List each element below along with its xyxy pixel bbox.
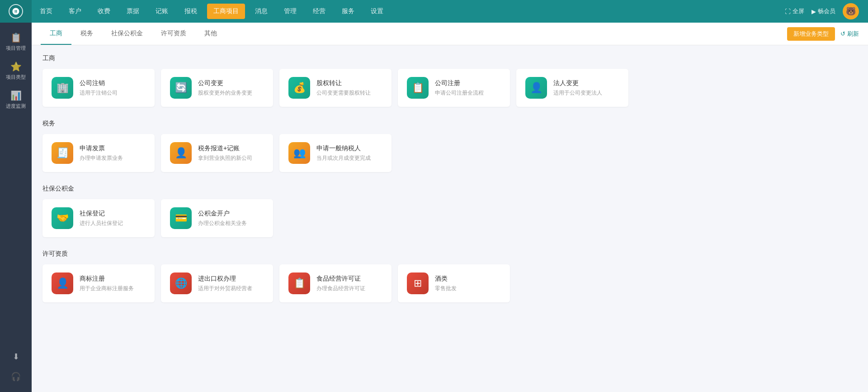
- section-title-税务: 税务: [42, 120, 857, 128]
- logo-area[interactable]: [0, 0, 32, 23]
- card-desc-社保登记: 进行人员社保登记: [80, 220, 146, 227]
- card-desc-申请一般纳税人: 当月或次月成变更完成: [316, 154, 382, 162]
- nav-item-客户[interactable]: 客户: [61, 0, 90, 23]
- sidebar-item-0[interactable]: 📋项目管理: [0, 27, 32, 56]
- tab-工商[interactable]: 工商: [41, 23, 71, 45]
- main-scroll[interactable]: 工商🏢公司注销适用于注销公司🔄公司变更股权变更外的业务变更💰股权转让公司变更需要…: [32, 45, 868, 392]
- top-navigation: 首页客户收费票据记账报税工商项目消息管理经营服务设置 ⛶ 全屏 ▶ 畅会员 🐻: [0, 0, 868, 23]
- card-商标注册[interactable]: 👤商标注册用于企业商标注册服务: [42, 264, 155, 302]
- card-desc-法人变更: 适用于公司变更法人: [553, 89, 619, 97]
- nav-item-设置[interactable]: 设置: [363, 0, 392, 23]
- card-text-申请发票: 申请发票办理申请发票业务: [80, 144, 146, 162]
- card-text-申请一般纳税人: 申请一般纳税人当月或次月成变更完成: [316, 144, 382, 162]
- nav-item-经营[interactable]: 经营: [305, 0, 334, 23]
- card-desc-申请发票: 办理申请发票业务: [80, 154, 146, 162]
- new-type-button[interactable]: 新增业务类型: [787, 27, 835, 41]
- nav-item-服务[interactable]: 服务: [334, 0, 363, 23]
- tab-其他[interactable]: 其他: [195, 23, 226, 45]
- nav-item-报税[interactable]: 报税: [176, 0, 205, 23]
- card-desc-股权转让: 公司变更需要股权转让: [316, 89, 382, 97]
- sidebar-item-2[interactable]: 📊进度监测: [0, 85, 32, 114]
- card-进出口权办理[interactable]: 🌐进出口权办理适用于对外贸易经营者: [161, 264, 273, 302]
- card-食品经营许可证[interactable]: 📋食品经营许可证办理食品经营许可证: [279, 264, 392, 302]
- card-icon-申请发票: 🧾: [52, 142, 73, 164]
- card-text-酒类: 酒类零售批发: [435, 275, 501, 292]
- tab-社保公积金[interactable]: 社保公积金: [102, 23, 152, 45]
- card-desc-酒类: 零售批发: [435, 285, 501, 292]
- card-text-法人变更: 法人变更适用于公司变更法人: [553, 79, 619, 97]
- card-法人变更[interactable]: 👤法人变更适用于公司变更法人: [516, 69, 628, 107]
- fullscreen-button[interactable]: ⛶ 全屏: [785, 7, 804, 15]
- nav-items: 首页客户收费票据记账报税工商项目消息管理经营服务设置: [32, 0, 785, 23]
- card-desc-税务报道+记账: 拿到营业执照的新公司: [198, 154, 264, 162]
- card-icon-公积金开户: 💳: [170, 207, 192, 229]
- section-title-工商: 工商: [42, 54, 857, 62]
- card-text-税务报道+记账: 税务报道+记账拿到营业执照的新公司: [198, 144, 264, 162]
- tab-税务[interactable]: 税务: [71, 23, 102, 45]
- card-text-商标注册: 商标注册用于企业商标注册服务: [80, 275, 146, 292]
- cards-grid-许可资质: 👤商标注册用于企业商标注册服务🌐进出口权办理适用于对外贸易经营者📋食品经营许可证…: [42, 264, 857, 302]
- card-icon-税务报道+记账: 👤: [170, 142, 192, 164]
- card-title-公司注销: 公司注销: [80, 79, 146, 87]
- card-title-股权转让: 股权转让: [316, 79, 382, 87]
- card-title-申请一般纳税人: 申请一般纳税人: [316, 144, 382, 153]
- card-公司注册[interactable]: 📋公司注册申请公司注册全流程: [398, 69, 510, 107]
- card-icon-公司变更: 🔄: [170, 77, 192, 99]
- card-申请一般纳税人[interactable]: 👥申请一般纳税人当月或次月成变更完成: [279, 134, 392, 172]
- card-社保登记[interactable]: 🤝社保登记进行人员社保登记: [42, 199, 155, 237]
- nav-item-票据[interactable]: 票据: [118, 0, 147, 23]
- card-title-社保登记: 社保登记: [80, 210, 146, 218]
- content-area: 工商税务社保公积金许可资质其他 新增业务类型 ↺ 刷新 工商🏢公司注销适用于注销…: [32, 23, 868, 392]
- nav-item-首页[interactable]: 首页: [32, 0, 61, 23]
- section-title-社保公积金: 社保公积金: [42, 185, 857, 193]
- card-desc-商标注册: 用于企业商标注册服务: [80, 285, 146, 292]
- card-icon-公司注册: 📋: [407, 77, 429, 99]
- main-layout: 📋项目管理⭐项目类型📊进度监测⬇🎧 工商税务社保公积金许可资质其他 新增业务类型…: [0, 23, 868, 392]
- refresh-button[interactable]: ↺ 刷新: [840, 30, 859, 38]
- card-desc-食品经营许可证: 办理食品经营许可证: [316, 285, 382, 292]
- card-text-股权转让: 股权转让公司变更需要股权转让: [316, 79, 382, 97]
- card-title-公司变更: 公司变更: [198, 79, 264, 87]
- card-icon-股权转让: 💰: [288, 77, 310, 99]
- card-公司变更[interactable]: 🔄公司变更股权变更外的业务变更: [161, 69, 273, 107]
- sidebar-bottom-icon-1[interactable]: 🎧: [8, 368, 24, 385]
- card-icon-社保登记: 🤝: [52, 207, 73, 229]
- card-text-公司变更: 公司变更股权变更外的业务变更: [198, 79, 264, 97]
- card-text-食品经营许可证: 食品经营许可证办理食品经营许可证: [316, 275, 382, 292]
- card-title-进出口权办理: 进出口权办理: [198, 275, 264, 283]
- card-text-公司注册: 公司注册申请公司注册全流程: [435, 79, 501, 97]
- nav-item-管理[interactable]: 管理: [276, 0, 305, 23]
- section-title-许可资质: 许可资质: [42, 250, 857, 258]
- card-icon-酒类: ⊞: [407, 272, 429, 294]
- user-avatar[interactable]: 🐻: [843, 3, 859, 19]
- card-text-进出口权办理: 进出口权办理适用于对外贸易经营者: [198, 275, 264, 292]
- card-酒类[interactable]: ⊞酒类零售批发: [398, 264, 510, 302]
- logo-icon: [9, 4, 23, 19]
- card-desc-进出口权办理: 适用于对外贸易经营者: [198, 285, 264, 292]
- cards-grid-工商: 🏢公司注销适用于注销公司🔄公司变更股权变更外的业务变更💰股权转让公司变更需要股权…: [42, 69, 857, 107]
- sidebar: 📋项目管理⭐项目类型📊进度监测⬇🎧: [0, 23, 32, 392]
- tabs-right: 新增业务类型 ↺ 刷新: [787, 27, 859, 41]
- cards-grid-税务: 🧾申请发票办理申请发票业务👤税务报道+记账拿到营业执照的新公司👥申请一般纳税人当…: [42, 134, 857, 172]
- card-desc-公司注销: 适用于注销公司: [80, 89, 146, 97]
- card-icon-申请一般纳税人: 👥: [288, 142, 310, 164]
- card-税务报道+记账[interactable]: 👤税务报道+记账拿到营业执照的新公司: [161, 134, 273, 172]
- tab-许可资质[interactable]: 许可资质: [152, 23, 195, 45]
- card-公积金开户[interactable]: 💳公积金开户办理公积金相关业务: [161, 199, 273, 237]
- card-title-公司注册: 公司注册: [435, 79, 501, 87]
- nav-item-记账[interactable]: 记账: [147, 0, 176, 23]
- card-公司注销[interactable]: 🏢公司注销适用于注销公司: [42, 69, 155, 107]
- sidebar-item-1[interactable]: ⭐项目类型: [0, 56, 32, 85]
- card-icon-食品经营许可证: 📋: [288, 272, 310, 294]
- card-股权转让[interactable]: 💰股权转让公司变更需要股权转让: [279, 69, 392, 107]
- card-text-公司注销: 公司注销适用于注销公司: [80, 79, 146, 97]
- vip-button[interactable]: ▶ 畅会员: [811, 7, 835, 15]
- card-申请发票[interactable]: 🧾申请发票办理申请发票业务: [42, 134, 155, 172]
- nav-item-收费[interactable]: 收费: [90, 0, 118, 23]
- card-title-税务报道+记账: 税务报道+记账: [198, 144, 264, 153]
- card-icon-法人变更: 👤: [525, 77, 547, 99]
- nav-item-工商项目[interactable]: 工商项目: [207, 4, 245, 19]
- card-icon-公司注销: 🏢: [52, 77, 73, 99]
- nav-item-消息[interactable]: 消息: [247, 0, 276, 23]
- sidebar-bottom-icon-0[interactable]: ⬇: [8, 349, 24, 365]
